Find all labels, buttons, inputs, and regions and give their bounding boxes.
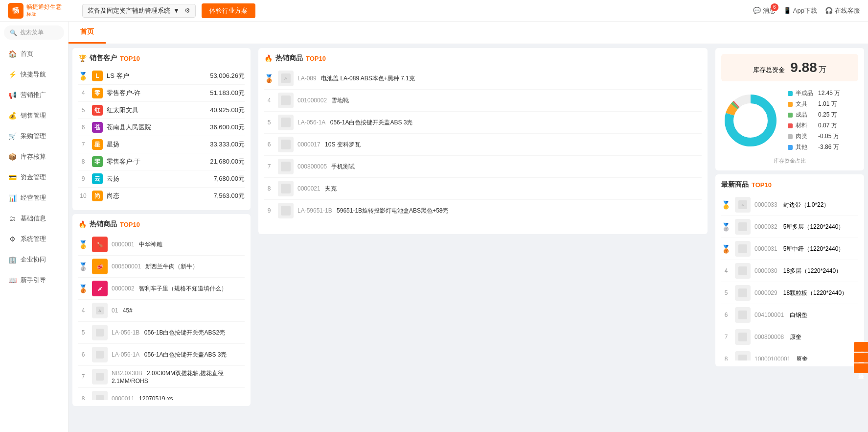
sidebar-item-operation[interactable]: 经营管理 [0, 188, 68, 208]
svg-text:A: A [284, 76, 287, 81]
gear-icon[interactable]: ⚙ [184, 7, 190, 14]
messages-button[interactable]: 💬 消息 6 [753, 6, 776, 15]
sidebar-item-finance[interactable]: 资金管理 [0, 167, 68, 188]
chart-legend: 半成品 12.45 万 文具 1.01 万 成品 0 [788, 89, 840, 151]
legend-item: 其他 -3.86 万 [788, 143, 840, 151]
list-item: 🥈 0000032 5厘多层（1220*2440） [721, 216, 858, 238]
sidebar-item-basic[interactable]: 基础信息 [0, 208, 68, 229]
online-service-button[interactable]: 🎧 在线客服 [825, 6, 860, 15]
product-thumbnail: 🥩 [92, 259, 108, 274]
list-item: 9 LA-59651-1B 59651-1B旋转投影灯电池盒ABS黑色+58壳 [264, 200, 702, 221]
list-item: 8 0000011 12070519-xs [78, 388, 245, 400]
sidebar-label-system: 系统管理 [21, 235, 46, 243]
legend-dot [788, 123, 793, 128]
product-thumbnail [735, 219, 751, 235]
float-btn-service[interactable]: 客服热线 [854, 342, 868, 352]
inventory-card: 库存总资金 9.88 万 [715, 48, 864, 170]
float-btn-community[interactable]: 服务社区 [854, 353, 868, 362]
sidebar-label-inventory: 库存核算 [21, 152, 46, 161]
customer-badge: 云 [92, 173, 103, 184]
list-item: 7 000800008 原奎 [721, 326, 858, 348]
list-item: 10 尚 尚态 7,563.00元 [78, 188, 245, 204]
inventory-icon [8, 152, 17, 161]
list-item: 🥉 A LA-089 电池盖 LA-089 ABS本色+黑种 7.1克 [264, 68, 702, 90]
product-name: 056-1A白色按键开关盖ABS 3壳 [144, 351, 227, 358]
svg-rect-5 [96, 395, 104, 400]
float-btn-live[interactable]: 直播 [854, 363, 868, 373]
company-icon [8, 255, 17, 264]
system-name: 装备及固定资产辅助管理系统 [88, 6, 170, 15]
medal-icon: 🥉 [264, 74, 274, 83]
svg-text:A: A [98, 309, 101, 313]
sidebar-item-sales[interactable]: 销售管理 [0, 105, 68, 126]
legend-dot [788, 113, 793, 118]
customer-badge: L [92, 71, 103, 81]
sidebar-item-inventory[interactable]: 库存核算 [0, 146, 68, 167]
sidebar-label-sales: 销售管理 [21, 111, 46, 120]
sidebar-item-quicknav[interactable]: 快捷导航 [0, 64, 68, 85]
medal-icon: 🥇 [721, 200, 731, 210]
svg-rect-22 [738, 222, 747, 231]
app-download-button[interactable]: 📱 App下载 [783, 6, 817, 15]
svg-rect-13 [281, 184, 291, 193]
message-badge: 6 [771, 3, 778, 11]
list-item: 7 000800005 手机测试 [264, 156, 702, 178]
product-thumbnail: A [278, 71, 294, 86]
legend-dot [788, 134, 793, 139]
sidebar-item-marketing[interactable]: 营销推广 [0, 85, 68, 105]
product-code: 0000001 [112, 241, 135, 248]
list-item: 🥈 🥩 000500001 新西兰牛肉（新牛） [78, 256, 245, 278]
sidebar-item-purchase[interactable]: 采购管理 [0, 126, 68, 146]
product-thumbnail [278, 115, 294, 130]
topbar: 畅 畅捷通好生意 标版 装备及固定资产辅助管理系统 ▼ ⚙ 体验行业方案 💬 消… [0, 0, 868, 22]
medal-icon: 🥈 [721, 222, 731, 232]
trial-button[interactable]: 体验行业方案 [202, 3, 255, 18]
medal-icon: 🥈 [78, 262, 88, 271]
customer-rank-title: 🏆 销售客户 TOP10 [78, 54, 245, 63]
sidebar-item-system[interactable]: 系统管理 [0, 229, 68, 249]
product-thumbnail: A [92, 303, 108, 318]
product-thumbnail [735, 263, 751, 279]
fire-icon: 🔥 [78, 220, 87, 228]
product-thumbnail: 🍗 [92, 237, 108, 252]
page-content: 🏆 销售客户 TOP10 🥇 L LS 客户 53,006.26元 [69, 44, 868, 432]
product-code: 000500001 [112, 263, 141, 270]
product-thumbnail: A [735, 197, 751, 213]
customer-badge: 零 [92, 88, 103, 98]
sidebar-item-guide[interactable]: 新手引导 [0, 270, 68, 290]
nav-icon [8, 70, 17, 79]
sidebar-item-company[interactable]: 企业协同 [0, 249, 68, 270]
topbar-right: 💬 消息 6 📱 App下载 🎧 在线客服 [753, 6, 860, 15]
hot-products-card: 🔥 热销商品 TOP10 🥇 🍗 0000001 中华神雕 [72, 214, 251, 406]
svg-rect-2 [96, 329, 104, 336]
legend-item: 肉类 -0.05 万 [788, 132, 840, 141]
float-buttons: 客服热线 服务社区 直播 [854, 342, 868, 373]
product-thumbnail [735, 307, 751, 323]
tab-home[interactable]: 首页 [69, 22, 106, 44]
middle-column: 🔥 热销商品 TOP10 🥉 A LA-089 电池盖 LA-089 ABS本色… [254, 44, 711, 432]
list-item: 5 LA-056-1B 056-1B白色按键开关壳ABS2壳 [78, 322, 245, 344]
left-column: 🏆 销售客户 TOP10 🥇 L LS 客户 53,006.26元 [69, 44, 254, 432]
legend-item: 材料 0.07 万 [788, 121, 840, 130]
sales-icon [8, 111, 17, 120]
new-products-card: 最新商品 TOP10 🥇 A 0000033 封边带（1.0*22） 🥈 0 [715, 174, 864, 366]
service-icon: 🎧 [825, 7, 833, 14]
nav-tabs: 首页 [69, 22, 868, 44]
new-products-list: 🥇 A 0000033 封边带（1.0*22） 🥈 0000032 5厘多层（1… [721, 194, 858, 360]
chart-ratio-label: 库存资金占比 [721, 157, 858, 165]
donut-chart-svg [721, 91, 780, 150]
legend-item: 成品 0.25 万 [788, 111, 840, 119]
trophy-icon: 🏆 [78, 54, 87, 62]
list-item: 🥉 🌶 0000002 智利车子里（规格不知道填什么） [78, 278, 245, 300]
list-item: 7 星 星扬 33,333.00元 [78, 136, 245, 153]
product-thumbnail [278, 137, 294, 152]
customer-badge: 星 [92, 139, 103, 150]
search-menu[interactable]: 🔍 搜索菜单 [4, 25, 64, 40]
system-selector[interactable]: 装备及固定资产辅助管理系统 ▼ ⚙ [82, 4, 196, 18]
list-item: 9 云 云扬 7,680.00元 [78, 170, 245, 188]
sidebar-item-home[interactable]: 首页 [0, 44, 68, 64]
svg-text:A: A [741, 203, 744, 207]
legend-dot [788, 91, 793, 96]
hot-products-mid-list: 🥉 A LA-089 电池盖 LA-089 ABS本色+黑种 7.1克 4 [264, 68, 702, 221]
sidebar-label-basic: 基础信息 [21, 214, 46, 223]
